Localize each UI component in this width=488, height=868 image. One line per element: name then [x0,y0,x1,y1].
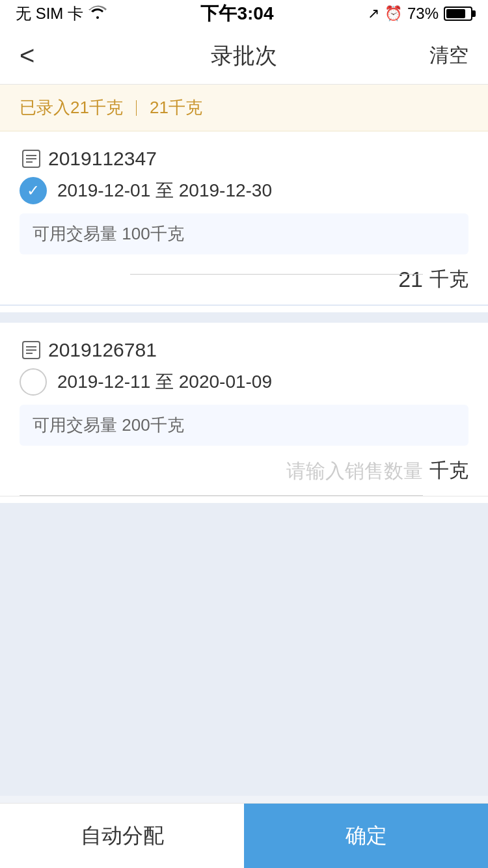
total-amount: 21千克 [150,96,202,119]
batch-1-date-row[interactable]: 2019-12-01 至 2019-12-30 [20,177,468,204]
batch-2-id: 2019126781 [48,339,157,361]
section-divider [0,312,488,323]
batch-2-header: 2019126781 [20,338,468,362]
batch-1-header: 2019112347 [20,147,468,170]
batch-1-amount-unit: 千克 [429,266,468,293]
wifi-icon [88,5,107,23]
batch-2-date: 2019-12-11 至 2020-01-09 [57,370,272,394]
confirm-button[interactable]: 确定 [244,804,488,868]
batch-1-amount-value: 21 [398,267,423,292]
status-bar: 无 SIM 卡 下午3:04 ↗ ⏰ 73% [0,0,488,27]
batch-1-content: 2019112347 2019-12-01 至 2019-12-30 可用交易量… [0,131,488,254]
empty-area [0,503,488,796]
carrier-text: 无 SIM 卡 [16,3,83,24]
alarm-icon: ⏰ [385,5,402,22]
banner-divider [136,100,137,116]
batch-2-radio[interactable] [20,368,47,396]
status-time: 下午3:04 [200,1,273,26]
battery-percent: 73% [407,5,439,23]
batch-1-avail: 可用交易量 100千克 [20,213,468,254]
back-button[interactable]: < [20,41,59,70]
auto-distribute-button[interactable]: 自动分配 [0,804,244,868]
batch-2-amount-input[interactable] [228,460,423,482]
bottom-bar: 自动分配 确定 [0,803,488,868]
batch-2-date-row[interactable]: 2019-12-11 至 2020-01-09 [20,368,468,396]
batch-id-icon-1 [20,147,43,170]
batch-2-amount-unit: 千克 [429,457,468,484]
batch-2-content: 2019126781 2019-12-11 至 2020-01-09 可用交易量… [0,323,488,446]
page-title: 录批次 [211,41,277,71]
input-underline [20,495,423,496]
battery-icon [444,7,472,21]
batch-1-radio[interactable] [20,177,47,204]
batch-item-2: 2019126781 2019-12-11 至 2020-01-09 可用交易量… [0,323,488,503]
batch-id-icon-2 [20,338,43,362]
status-left: 无 SIM 卡 [16,3,107,24]
status-right: ↗ ⏰ 73% [368,5,472,23]
nav-bar: < 录批次 清空 [0,27,488,85]
batch-1-id: 2019112347 [48,148,157,170]
batch-2-amount-row[interactable]: 千克 [0,446,488,496]
info-banner: 已录入21千克 21千克 [0,85,488,131]
batch-1-amount-row: 21 千克 [0,254,488,306]
batch-1-date: 2019-12-01 至 2019-12-30 [57,178,272,203]
clear-button[interactable]: 清空 [429,42,468,69]
batch-2-avail: 可用交易量 200千克 [20,405,468,446]
entered-amount: 已录入21千克 [20,96,123,119]
location-icon: ↗ [368,5,379,22]
batch-item-1: 2019112347 2019-12-01 至 2019-12-30 可用交易量… [0,131,488,312]
